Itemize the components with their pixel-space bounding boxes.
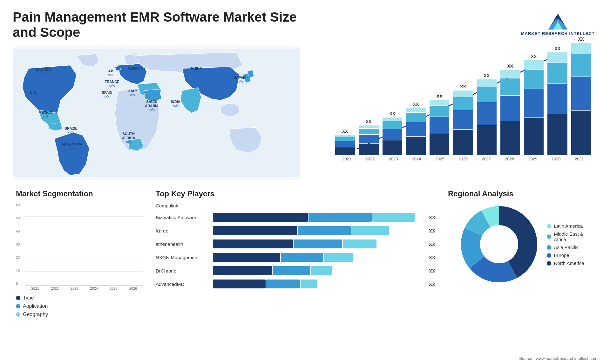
player-bars [213, 226, 424, 235]
player-bars [213, 239, 424, 248]
bar-seg [383, 118, 402, 121]
bar-group-2026: XX [453, 84, 473, 155]
bar-xx-2023: XX [389, 111, 395, 116]
bar-xx-2028: XX [507, 64, 513, 69]
seg-legend-geography: Geography [16, 312, 143, 317]
players-title: Top Key Players [156, 189, 435, 198]
legend-dot-application [16, 304, 20, 308]
segmentation-section: Market Segmentation 0 10 20 30 40 50 60 [13, 186, 146, 323]
player-bar-seg [308, 213, 372, 222]
player-bar-seg [213, 239, 293, 248]
reg-label-latin: Latin America [554, 223, 583, 229]
bar-seg [477, 79, 497, 87]
reg-dot-mea [547, 234, 551, 239]
reg-label-na: North America [554, 260, 584, 266]
seg-x-label: 2026 [123, 286, 143, 290]
bar-seg [500, 121, 520, 155]
player-name: AdvancedMD [156, 281, 210, 287]
bar-seg [477, 87, 497, 102]
seg-x-label: 2022 [45, 286, 65, 290]
player-name: Kareo [156, 228, 210, 233]
bar-x-2028: 2028 [505, 157, 514, 161]
svg-point-4 [220, 104, 240, 116]
bar-xx-2027: XX [484, 73, 490, 78]
player-xx: XX [429, 215, 435, 220]
seg-x-label: 2023 [64, 286, 84, 290]
regional-section: Regional Analysis [445, 186, 597, 323]
seg-y-30: 30 [16, 242, 20, 246]
bar-chart-section: XXXXXXXXXXXXXXXXXXXXXX 2021 2022 2023 20… [310, 46, 597, 180]
seg-y-50: 50 [16, 216, 20, 220]
bar-group-2030: XX [547, 46, 567, 155]
seg-x-label: 2021 [25, 286, 45, 290]
player-bar-seg [213, 213, 308, 222]
bar-xx-2029: XX [531, 54, 537, 59]
player-xx: XX [429, 241, 435, 247]
player-bar-seg [213, 226, 297, 235]
bar-seg [524, 70, 544, 89]
world-map: CANADAxx% U.S.xx% MEXICOxx% BRAZILxx% AR… [13, 46, 300, 180]
player-row: DrChronoXX [156, 266, 435, 275]
bar-group-2031: XX [571, 37, 591, 155]
legend-label-geography: Geography [23, 312, 48, 317]
reg-dot-na [547, 261, 551, 266]
seg-x-label: 2025 [104, 286, 124, 290]
bar-seg [335, 135, 355, 137]
player-name: NXGN Management [156, 255, 210, 260]
bottom-grid: Market Segmentation 0 10 20 30 40 50 60 [13, 186, 597, 323]
reg-legend-europe: Europe [547, 253, 584, 258]
bar-x-2023: 2023 [389, 157, 398, 161]
logo-icon [545, 12, 571, 31]
player-xx: XX [429, 268, 435, 273]
legend-label-application: Application [23, 303, 48, 309]
bar-x-2027: 2027 [482, 157, 491, 161]
player-bar-seg [301, 280, 317, 288]
bar-seg [359, 129, 378, 134]
reg-legend-na: North America [547, 260, 584, 266]
player-bar-seg [311, 266, 332, 275]
svg-point-12 [482, 227, 517, 262]
seg-legend-type: Type [16, 295, 143, 301]
logo-text: MARKET RESEARCH INTELLECT [521, 31, 595, 36]
seg-y-20: 20 [16, 255, 20, 259]
segmentation-title: Market Segmentation [16, 189, 143, 198]
bar-seg [430, 100, 449, 105]
bar-seg [453, 130, 473, 155]
bar-group-2027: XX [477, 73, 497, 155]
player-row: Bizmatics SoftwareXX [156, 213, 435, 222]
bar-seg [571, 54, 591, 77]
bar-seg [430, 106, 449, 117]
reg-label-asia: Asia Pacific [554, 245, 579, 250]
bar-xx-2022: XX [366, 119, 372, 124]
bar-seg [383, 129, 402, 140]
logo: MARKET RESEARCH INTELLECT [518, 10, 597, 39]
player-bars [213, 213, 424, 222]
bar-group-2028: XX [500, 64, 520, 155]
bar-seg [335, 141, 355, 147]
player-xx: XX [429, 281, 435, 287]
bar-x-2029: 2029 [528, 157, 538, 161]
bar-seg [406, 108, 426, 113]
player-bar-seg [324, 253, 353, 262]
bar-seg [477, 125, 497, 155]
bar-x-2024: 2024 [412, 157, 421, 161]
source-text: Source : www.marketresearchintellect.com [519, 356, 597, 361]
seg-y-60: 60 [16, 203, 20, 207]
bar-xx-2031: XX [578, 37, 584, 42]
reg-legend-asia: Asia Pacific [547, 245, 584, 250]
seg-y-0: 0 [16, 282, 20, 286]
player-bars [213, 266, 424, 275]
bar-seg [383, 140, 402, 155]
bar-xx-2026: XX [460, 84, 466, 89]
player-bar-seg [351, 226, 390, 235]
bar-seg [430, 117, 449, 133]
players-list: CompulinkBizmatics SoftwareXXKareoXXathe… [156, 203, 435, 288]
bar-seg [335, 147, 355, 155]
reg-label-europe: Europe [554, 253, 569, 258]
player-row: AdvancedMDXX [156, 280, 435, 288]
bar-seg [359, 125, 378, 128]
player-bar-seg [294, 239, 342, 248]
player-row: KareoXX [156, 226, 435, 235]
bar-seg [453, 97, 473, 110]
bar-seg [547, 84, 567, 114]
